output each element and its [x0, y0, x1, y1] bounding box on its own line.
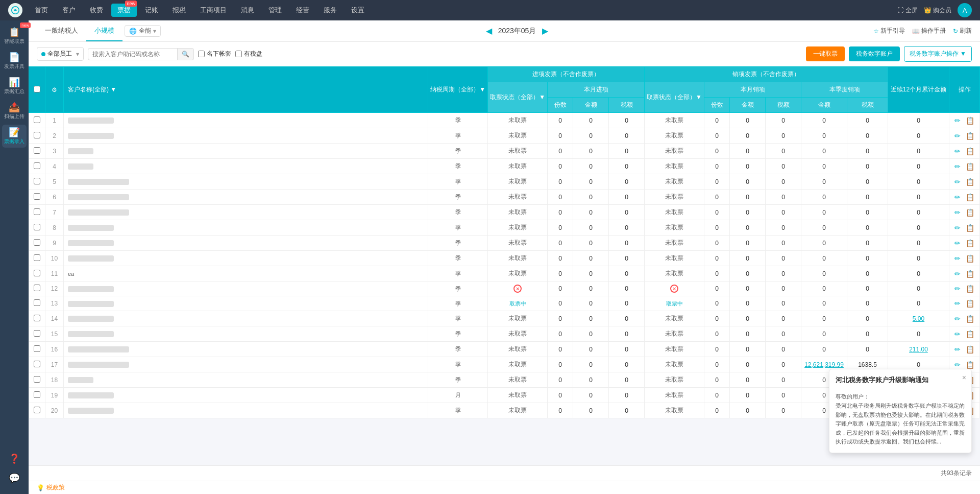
edit-btn[interactable]: ✏ [954, 345, 961, 354]
nav-settings[interactable]: 设置 [345, 4, 371, 17]
copy-btn[interactable]: 📋 [966, 116, 974, 125]
tax-digital-ops-btn[interactable]: 税务数字账户操作 ▼ [904, 46, 972, 62]
row-checkbox[interactable] [34, 407, 40, 413]
row-checkbox[interactable] [34, 299, 40, 306]
manual-btn[interactable]: 📖 操作手册 [912, 27, 946, 35]
edit-btn[interactable]: ✏ [954, 147, 961, 155]
nav-business[interactable]: 工商项目 [194, 4, 233, 17]
nav-tax[interactable]: 报税 [166, 4, 192, 17]
nav-home[interactable]: 首页 [29, 4, 54, 17]
row-checkbox[interactable] [34, 162, 40, 169]
sidebar-item-invoice[interactable]: 📄 发票开具 [2, 50, 27, 73]
checkbox-taxdisk[interactable]: 有税盘 [235, 50, 262, 58]
row-checkbox[interactable] [34, 178, 40, 184]
copy-btn[interactable]: 📋 [966, 224, 974, 232]
prev-month-btn[interactable]: ◀ [486, 26, 492, 36]
user-avatar[interactable]: A [958, 3, 972, 17]
edit-btn[interactable]: ✏ [954, 330, 961, 338]
edit-btn[interactable]: ✏ [954, 361, 961, 369]
edit-btn[interactable]: ✏ [954, 178, 961, 186]
fullscreen-btn[interactable]: ⛶ 全屏 [897, 6, 917, 15]
row-checkbox[interactable] [34, 330, 40, 337]
tab-all[interactable]: 🌐 全能 ▾ [125, 25, 161, 37]
row-checkbox[interactable] [34, 208, 40, 215]
q-amount-link[interactable]: 12,621,319.99 [804, 361, 844, 368]
row-checkbox[interactable] [34, 315, 40, 321]
nav-message[interactable]: 消息 [235, 4, 260, 17]
copy-btn[interactable]: 📋 [966, 132, 974, 140]
refresh-btn[interactable]: ↻ 刷新 [953, 27, 972, 35]
copy-btn[interactable]: 📋 [966, 299, 974, 308]
edit-btn[interactable]: ✏ [954, 162, 961, 171]
row-checkbox[interactable] [34, 147, 40, 154]
copy-btn[interactable]: 📋 [966, 178, 974, 186]
edit-btn[interactable]: ✏ [954, 208, 961, 217]
taxdisk-checkbox[interactable] [235, 51, 242, 57]
nav-manage[interactable]: 管理 [262, 4, 288, 17]
total12-link[interactable]: 5.00 [913, 315, 924, 322]
row-checkbox[interactable] [34, 239, 40, 246]
row-checkbox[interactable] [34, 193, 40, 200]
tab-small[interactable]: 小规模 [86, 21, 122, 41]
row-checkbox[interactable] [34, 345, 40, 352]
search-button[interactable]: 🔍 [177, 48, 194, 60]
edit-btn[interactable]: ✏ [954, 239, 961, 247]
nav-accounting[interactable]: 记账 [139, 4, 164, 17]
notification-close-btn[interactable]: × [962, 373, 966, 382]
copy-btn[interactable]: 📋 [966, 239, 974, 247]
copy-btn[interactable]: 📋 [966, 345, 974, 354]
copy-btn[interactable]: 📋 [966, 254, 974, 263]
sidebar-item-feedback[interactable]: 💬 [2, 471, 27, 486]
employee-filter[interactable]: 全部员工 ▾ [37, 47, 84, 61]
row-checkbox[interactable] [34, 361, 40, 367]
sidebar-item-scan[interactable]: 📤 扫描上传 [2, 100, 27, 123]
edit-btn[interactable]: ✏ [954, 116, 961, 125]
search-input[interactable] [88, 48, 180, 60]
edit-btn[interactable]: ✏ [954, 224, 961, 232]
row-checkbox[interactable] [34, 270, 40, 276]
nav-service[interactable]: 服务 [317, 4, 343, 17]
edit-btn[interactable]: ✏ [954, 315, 961, 323]
tab-general[interactable]: 一般纳税人 [37, 21, 86, 41]
copy-btn[interactable]: 📋 [966, 193, 974, 201]
copy-btn[interactable]: 📋 [966, 270, 974, 278]
nav-operation[interactable]: 经营 [290, 4, 315, 17]
row-checkbox[interactable] [34, 376, 40, 383]
row-checkbox[interactable] [34, 285, 40, 291]
sidebar-item-summary[interactable]: 📊 票据汇总 [2, 75, 27, 98]
checkbox-account[interactable]: 名下帐套 [198, 50, 231, 58]
total12-link[interactable]: 211.00 [909, 346, 928, 353]
tip-text[interactable]: 税政策 [46, 483, 65, 492]
guide-btn[interactable]: ☆ 新手引导 [873, 27, 905, 35]
row-checkbox[interactable] [34, 224, 40, 230]
copy-btn[interactable]: 📋 [966, 330, 974, 338]
sidebar-item-ticket[interactable]: 📋 智能取票 [2, 25, 27, 48]
nav-customer[interactable]: 客户 [56, 4, 82, 17]
edit-btn[interactable]: ✏ [954, 285, 961, 293]
copy-btn[interactable]: 📋 [966, 285, 974, 293]
edit-btn[interactable]: ✏ [954, 132, 961, 140]
row-checkbox[interactable] [34, 391, 40, 398]
sidebar-item-entry[interactable]: 📝 票据录入 [2, 125, 27, 148]
next-month-btn[interactable]: ▶ [542, 26, 548, 36]
edit-btn[interactable]: ✏ [954, 270, 961, 278]
row-checkbox[interactable] [34, 254, 40, 261]
row-checkbox[interactable] [34, 132, 40, 138]
edit-btn[interactable]: ✏ [954, 254, 961, 263]
sidebar-item-help[interactable]: ❓ [2, 451, 27, 466]
edit-btn[interactable]: ✏ [954, 193, 961, 201]
select-all-checkbox[interactable] [34, 86, 40, 92]
member-btn[interactable]: 👑 购会员 [924, 6, 951, 15]
one-click-ticket-btn[interactable]: 一键取票 [806, 46, 845, 61]
nav-ticket[interactable]: 票据 new [111, 4, 137, 17]
copy-btn[interactable]: 📋 [966, 162, 974, 171]
copy-btn[interactable]: 📋 [966, 147, 974, 155]
copy-btn[interactable]: 📋 [966, 315, 974, 323]
row-checkbox[interactable] [34, 116, 40, 123]
account-checkbox[interactable] [198, 51, 205, 57]
tax-digital-btn[interactable]: 税务数字账户 [849, 46, 900, 61]
copy-btn[interactable]: 📋 [966, 208, 974, 217]
copy-btn[interactable]: 📋 [966, 361, 974, 369]
nav-fee[interactable]: 收费 [84, 4, 109, 17]
edit-btn[interactable]: ✏ [954, 299, 961, 308]
